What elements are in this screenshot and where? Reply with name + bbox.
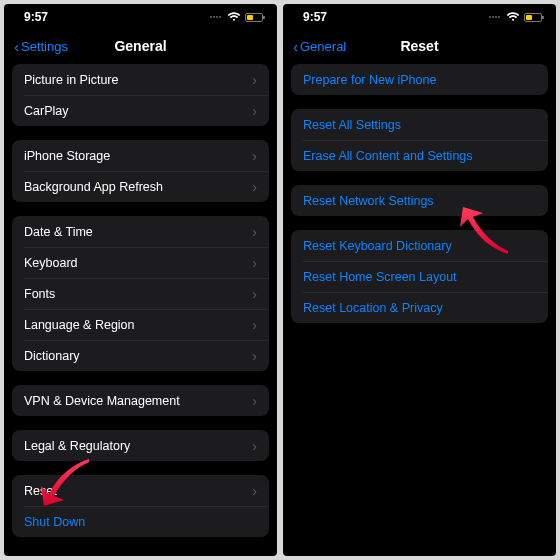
chevron-right-icon: › xyxy=(252,393,257,409)
status-time: 9:57 xyxy=(303,10,327,24)
phone-left-general: 9:57 ‹ Settings General Picture in Pictu… xyxy=(4,4,277,556)
row-label: Fonts xyxy=(24,287,55,301)
chevron-right-icon: › xyxy=(252,224,257,240)
row-label: Prepare for New iPhone xyxy=(303,73,436,87)
page-title: General xyxy=(114,38,166,54)
wifi-icon xyxy=(506,12,520,22)
settings-group: Date & Time›Keyboard›Fonts›Language & Re… xyxy=(12,216,269,371)
settings-list[interactable]: Picture in Picture›CarPlay›iPhone Storag… xyxy=(4,64,277,556)
row-prepare-for-new-iphone[interactable]: Prepare for New iPhone xyxy=(291,64,548,95)
nav-bar: ‹ General Reset xyxy=(283,30,556,64)
row-label: Erase All Content and Settings xyxy=(303,149,473,163)
settings-group: Picture in Picture›CarPlay› xyxy=(12,64,269,126)
battery-icon xyxy=(245,13,263,22)
nav-bar: ‹ Settings General xyxy=(4,30,277,64)
status-bar: 9:57 xyxy=(283,4,556,30)
row-label: Date & Time xyxy=(24,225,93,239)
dots-icon xyxy=(489,16,500,18)
settings-group: Reset Keyboard DictionaryReset Home Scre… xyxy=(291,230,548,323)
page-title: Reset xyxy=(400,38,438,54)
row-label: VPN & Device Management xyxy=(24,394,180,408)
row-reset-network-settings[interactable]: Reset Network Settings xyxy=(291,185,548,216)
chevron-right-icon: › xyxy=(252,348,257,364)
row-label: Background App Refresh xyxy=(24,180,163,194)
row-label: Reset xyxy=(24,484,57,498)
row-background-app-refresh[interactable]: Background App Refresh› xyxy=(12,171,269,202)
row-reset-home-screen-layout[interactable]: Reset Home Screen Layout xyxy=(291,261,548,292)
row-label: Legal & Regulatory xyxy=(24,439,130,453)
status-icons xyxy=(210,12,263,22)
chevron-right-icon: › xyxy=(252,483,257,499)
settings-group: Reset All SettingsErase All Content and … xyxy=(291,109,548,171)
row-dictionary[interactable]: Dictionary› xyxy=(12,340,269,371)
row-label: Picture in Picture xyxy=(24,73,118,87)
status-bar: 9:57 xyxy=(4,4,277,30)
row-label: iPhone Storage xyxy=(24,149,110,163)
chevron-left-icon: ‹ xyxy=(14,39,19,54)
wifi-icon xyxy=(227,12,241,22)
row-reset[interactable]: Reset› xyxy=(12,475,269,506)
chevron-right-icon: › xyxy=(252,179,257,195)
row-label: Language & Region xyxy=(24,318,135,332)
row-vpn-device-management[interactable]: VPN & Device Management› xyxy=(12,385,269,416)
chevron-right-icon: › xyxy=(252,438,257,454)
back-button[interactable]: ‹ Settings xyxy=(14,39,114,54)
row-label: Reset All Settings xyxy=(303,118,401,132)
reset-list[interactable]: Prepare for New iPhoneReset All Settings… xyxy=(283,64,556,556)
chevron-right-icon: › xyxy=(252,72,257,88)
dots-icon xyxy=(210,16,221,18)
back-button[interactable]: ‹ General xyxy=(293,39,400,54)
status-time: 9:57 xyxy=(24,10,48,24)
chevron-right-icon: › xyxy=(252,103,257,119)
row-iphone-storage[interactable]: iPhone Storage› xyxy=(12,140,269,171)
settings-group: Legal & Regulatory› xyxy=(12,430,269,461)
row-label: Dictionary xyxy=(24,349,80,363)
row-label: Reset Keyboard Dictionary xyxy=(303,239,452,253)
row-language-region[interactable]: Language & Region› xyxy=(12,309,269,340)
phone-right-reset: 9:57 ‹ General Reset Prepare for New iPh… xyxy=(283,4,556,556)
battery-icon xyxy=(524,13,542,22)
chevron-left-icon: ‹ xyxy=(293,39,298,54)
row-keyboard[interactable]: Keyboard› xyxy=(12,247,269,278)
row-label: Reset Location & Privacy xyxy=(303,301,443,315)
row-reset-keyboard-dictionary[interactable]: Reset Keyboard Dictionary xyxy=(291,230,548,261)
back-label: General xyxy=(300,39,346,54)
row-label: Shut Down xyxy=(24,515,85,529)
settings-group: Reset›Shut Down xyxy=(12,475,269,537)
settings-group: VPN & Device Management› xyxy=(12,385,269,416)
settings-group: Prepare for New iPhone xyxy=(291,64,548,95)
row-erase-all-content-and-settings[interactable]: Erase All Content and Settings xyxy=(291,140,548,171)
status-icons xyxy=(489,12,542,22)
row-date-time[interactable]: Date & Time› xyxy=(12,216,269,247)
row-shut-down[interactable]: Shut Down xyxy=(12,506,269,537)
chevron-right-icon: › xyxy=(252,255,257,271)
chevron-right-icon: › xyxy=(252,286,257,302)
settings-group: Reset Network Settings xyxy=(291,185,548,216)
row-label: Keyboard xyxy=(24,256,78,270)
row-reset-all-settings[interactable]: Reset All Settings xyxy=(291,109,548,140)
row-picture-in-picture[interactable]: Picture in Picture› xyxy=(12,64,269,95)
row-label: Reset Home Screen Layout xyxy=(303,270,457,284)
chevron-right-icon: › xyxy=(252,317,257,333)
chevron-right-icon: › xyxy=(252,148,257,164)
row-label: CarPlay xyxy=(24,104,68,118)
back-label: Settings xyxy=(21,39,68,54)
row-carplay[interactable]: CarPlay› xyxy=(12,95,269,126)
settings-group: iPhone Storage›Background App Refresh› xyxy=(12,140,269,202)
row-fonts[interactable]: Fonts› xyxy=(12,278,269,309)
row-legal-regulatory[interactable]: Legal & Regulatory› xyxy=(12,430,269,461)
row-label: Reset Network Settings xyxy=(303,194,434,208)
row-reset-location-privacy[interactable]: Reset Location & Privacy xyxy=(291,292,548,323)
